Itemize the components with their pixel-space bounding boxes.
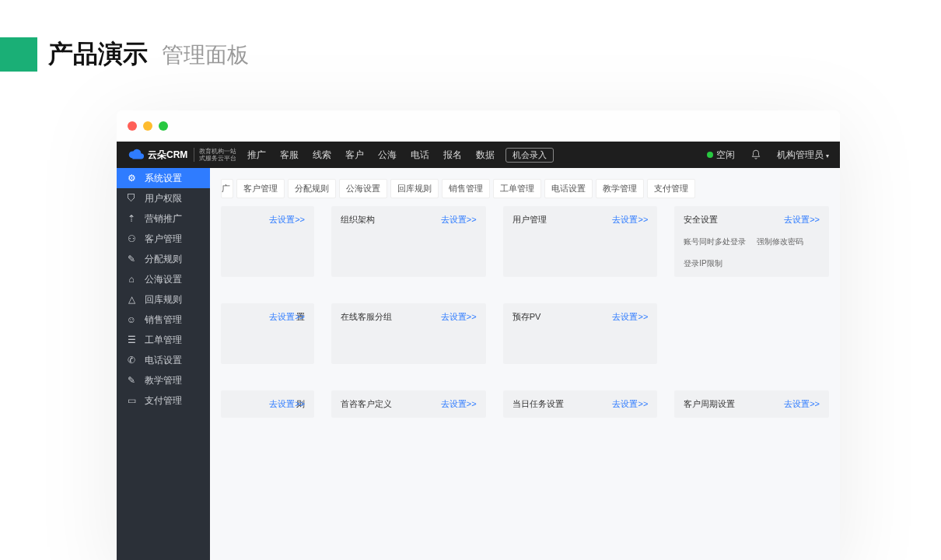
close-dot-icon[interactable] <box>128 121 137 131</box>
settings-card-0-2: 用户管理去设置>> <box>503 206 658 277</box>
go-settings-link[interactable]: 去设置>> <box>612 398 648 410</box>
go-settings-link[interactable]: 去设置>> <box>441 311 477 323</box>
sidebar-item-label: 支付管理 <box>145 394 182 408</box>
app-topbar: 云朵CRM 教育机构一站式服务云平台 推广客服线索客户公海电话报名数据 机会录入… <box>117 142 840 168</box>
tab-5[interactable]: 销售管理 <box>442 179 490 198</box>
recycle-icon: △ <box>126 294 137 305</box>
sidebar-item-9[interactable]: ✆电话设置 <box>117 350 210 370</box>
tab-6[interactable]: 工单管理 <box>493 179 541 198</box>
sidebar: ⚙系统设置⛉用户权限⇡营销推广⚇客户管理✎分配规则⌂公海设置△回库规则☺销售管理… <box>117 168 210 560</box>
nav-item-3[interactable]: 客户 <box>345 149 364 162</box>
phone-icon: ✆ <box>126 355 137 366</box>
sidebar-item-1[interactable]: ⛉用户权限 <box>117 188 210 208</box>
nav-item-1[interactable]: 客服 <box>280 149 299 162</box>
bell-icon[interactable] <box>750 149 761 160</box>
card-tag: 强制修改密码 <box>757 236 803 247</box>
go-settings-link[interactable]: 去设置>> <box>441 398 477 410</box>
record-entry-button[interactable]: 机会录入 <box>505 148 554 163</box>
sidebar-item-label: 公海设置 <box>145 273 182 286</box>
tab-3[interactable]: 公海设置 <box>339 179 387 198</box>
top-nav: 推广客服线索客户公海电话报名数据 <box>247 149 495 162</box>
nav-item-6[interactable]: 报名 <box>443 149 462 162</box>
shield-icon: ⛉ <box>126 193 137 204</box>
sidebar-item-label: 用户权限 <box>145 192 182 205</box>
sidebar-item-label: 工单管理 <box>145 334 182 347</box>
sidebar-item-6[interactable]: △回库规则 <box>117 289 210 310</box>
card-icon: ▭ <box>126 395 137 406</box>
go-settings-link[interactable]: 去设置>> <box>784 398 820 410</box>
sidebar-item-7[interactable]: ☺销售管理 <box>117 310 210 330</box>
nav-item-4[interactable]: 公海 <box>378 149 397 162</box>
go-settings-link[interactable]: 去设置>> <box>441 214 477 226</box>
ticket-icon: ☰ <box>126 334 137 345</box>
sidebar-item-11[interactable]: ▭支付管理 <box>117 390 210 411</box>
sidebar-item-2[interactable]: ⇡营销推广 <box>117 208 210 229</box>
settings-card-0-3: 安全设置去设置>>账号同时多处登录强制修改密码登录IP限制 <box>674 206 829 277</box>
card-tag: 登录IP限制 <box>684 258 722 269</box>
tab-0[interactable]: 广 <box>221 179 233 198</box>
status-indicator: 空闲 <box>707 149 735 162</box>
go-settings-link[interactable]: 去设置>> <box>612 214 648 226</box>
settings-card-2-1: 首咨客户定义去设置>> <box>331 390 486 418</box>
pencil-icon: ✎ <box>126 375 137 386</box>
go-settings-link[interactable]: 去设置>> <box>269 311 305 323</box>
main-content: 广客户管理分配规则公海设置回库规则销售管理工单管理电话设置教学管理支付管理 去设… <box>210 168 840 560</box>
house-icon: ⌂ <box>126 274 137 285</box>
sidebar-item-4[interactable]: ✎分配规则 <box>117 249 210 269</box>
settings-card-2-3: 客户周期设置去设置>> <box>674 390 829 418</box>
tab-2[interactable]: 分配规则 <box>288 179 336 198</box>
rule-icon: ✎ <box>126 254 137 264</box>
app-logo[interactable]: 云朵CRM 教育机构一站式服务云平台 <box>128 146 236 163</box>
nav-item-7[interactable]: 数据 <box>476 149 495 162</box>
chart-icon: ⇡ <box>126 213 137 224</box>
tab-7[interactable]: 电话设置 <box>544 179 593 198</box>
logo-tagline: 教育机构一站式服务云平台 <box>194 148 236 162</box>
sidebar-item-label: 回库规则 <box>145 293 182 306</box>
go-settings-link[interactable]: 去设置>> <box>784 214 820 226</box>
nav-item-5[interactable]: 电话 <box>411 149 429 162</box>
go-settings-link[interactable]: 去设置>> <box>269 398 305 410</box>
sidebar-item-label: 营销推广 <box>145 212 182 226</box>
tab-9[interactable]: 支付管理 <box>647 179 695 198</box>
sidebar-item-8[interactable]: ☰工单管理 <box>117 330 210 350</box>
zoom-dot-icon[interactable] <box>159 121 168 131</box>
settings-card-1-1: 在线客服分组去设置>> <box>331 303 486 364</box>
accent-bar <box>0 37 37 72</box>
sidebar-item-3[interactable]: ⚇客户管理 <box>117 229 210 249</box>
settings-card-2-0: 则去设置>> <box>221 390 314 418</box>
go-settings-link[interactable]: 去设置>> <box>612 311 648 323</box>
app-window: 云朵CRM 教育机构一站式服务云平台 推广客服线索客户公海电话报名数据 机会录入… <box>117 110 840 560</box>
nav-item-0[interactable]: 推广 <box>247 149 266 162</box>
sidebar-item-label: 客户管理 <box>145 233 182 246</box>
settings-card-0-0: 去设置>> <box>221 206 314 277</box>
settings-icon: ⚙ <box>126 173 137 184</box>
settings-card-1-0: 置去设置>> <box>221 303 314 364</box>
slide-subtitle: 管理面板 <box>162 40 249 72</box>
logo-text: 云朵CRM <box>148 149 187 162</box>
tab-1[interactable]: 客户管理 <box>236 179 285 198</box>
sidebar-item-label: 教学管理 <box>145 374 182 387</box>
sale-icon: ☺ <box>126 314 137 325</box>
minimize-dot-icon[interactable] <box>143 121 152 131</box>
sidebar-item-label: 电话设置 <box>145 354 182 367</box>
tab-8[interactable]: 教学管理 <box>596 179 644 198</box>
sidebar-item-label: 系统设置 <box>145 172 182 185</box>
cloud-logo-icon <box>128 146 145 163</box>
card-tag: 账号同时多处登录 <box>684 236 746 247</box>
chevron-down-icon: ▾ <box>826 152 829 159</box>
nav-item-2[interactable]: 线索 <box>313 149 331 162</box>
settings-card-0-1: 组织架构去设置>> <box>331 206 486 277</box>
window-titlebar <box>117 110 840 142</box>
sidebar-item-5[interactable]: ⌂公海设置 <box>117 269 210 289</box>
sidebar-item-0[interactable]: ⚙系统设置 <box>117 168 210 188</box>
sidebar-item-10[interactable]: ✎教学管理 <box>117 370 210 390</box>
sidebar-item-label: 分配规则 <box>145 253 182 266</box>
tab-4[interactable]: 回库规则 <box>390 179 439 198</box>
sidebar-item-label: 销售管理 <box>145 313 182 327</box>
slide-title: 产品演示 <box>48 37 148 72</box>
settings-card-1-2: 预存PV去设置>> <box>503 303 658 364</box>
people-icon: ⚇ <box>126 233 137 244</box>
go-settings-link[interactable]: 去设置>> <box>269 214 305 226</box>
user-menu[interactable]: 机构管理员▾ <box>777 149 829 162</box>
settings-card-2-2: 当日任务设置去设置>> <box>503 390 658 418</box>
